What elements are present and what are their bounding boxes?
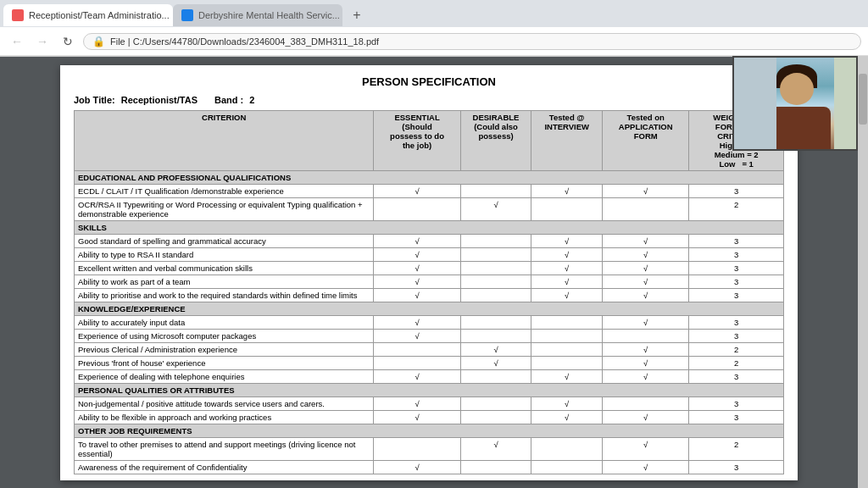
header-criterion: CRITERION [75, 111, 374, 171]
cell-weighting: 3 [689, 262, 784, 275]
cell-essential: √ [374, 461, 460, 474]
tab1-label: Receptionist/Team Administratio... [29, 10, 170, 20]
table-row: OCR/RSA II Typewriting or Word Processin… [75, 198, 784, 221]
cell-interview: √ [531, 370, 603, 384]
cell-desirable: √ [460, 438, 531, 461]
cell-application [603, 198, 689, 221]
cell-interview [531, 438, 603, 461]
cell-interview [531, 316, 603, 330]
cell-weighting: 2 [689, 438, 784, 461]
cell-essential: √ [374, 275, 460, 289]
cell-interview: √ [531, 248, 603, 262]
tab-bar: Receptionist/Team Administratio... ✕ Der… [0, 0, 868, 27]
cell-weighting: 3 [689, 411, 784, 424]
table-row: Good standard of spelling and grammatica… [75, 235, 784, 248]
tab2-label: Derbyshire Mental Health Servic... [198, 10, 340, 20]
table-row: To travel to other premises to attend an… [75, 438, 784, 461]
cell-application: √ [603, 185, 689, 198]
tab-2[interactable]: Derbyshire Mental Health Servic... ✕ [173, 4, 342, 26]
header-interview: Tested @INTERVIEW [531, 111, 603, 171]
job-title-field: Job Title: Receptionist/TAS [74, 95, 198, 105]
cell-weighting: 2 [689, 343, 784, 357]
cell-desirable [460, 235, 531, 248]
cell-criterion: Previous 'front of house' experience [75, 357, 374, 370]
cell-application: √ [603, 289, 689, 302]
table-row: Experience of dealing with telephone enq… [75, 370, 784, 384]
section-row-3: PERSONAL QUALITIES OR ATTRIBUTES [75, 384, 784, 397]
cell-interview [531, 461, 603, 474]
cell-desirable [460, 330, 531, 343]
cell-interview: √ [531, 262, 603, 275]
section-row-1: SKILLS [75, 221, 784, 235]
forward-button[interactable]: → [32, 31, 53, 52]
tab2-favicon [181, 9, 193, 21]
cell-interview: √ [531, 397, 603, 411]
address-bar[interactable]: 🔒 File | C:/Users/44780/Downloads/234600… [83, 33, 861, 50]
nav-bar: ← → ↻ 🔒 File | C:/Users/44780/Downloads/… [0, 27, 868, 56]
scroll-thumb[interactable] [859, 74, 867, 125]
person-head [780, 73, 814, 105]
cell-essential: √ [374, 262, 460, 275]
reload-button[interactable]: ↻ [58, 31, 78, 52]
cell-essential [374, 357, 460, 370]
cell-criterion: Awareness of the requirement of Confiden… [75, 461, 374, 474]
background-wall-right [834, 58, 858, 151]
table-row: Ability to prioritise and work to the re… [75, 289, 784, 302]
cell-weighting: 3 [689, 397, 784, 411]
cell-weighting: 2 [689, 357, 784, 370]
cell-desirable [460, 411, 531, 424]
cell-application: √ [603, 316, 689, 330]
cell-criterion: OCR/RSA II Typewriting or Word Processin… [75, 198, 374, 221]
cell-essential [374, 198, 460, 221]
cell-desirable [460, 397, 531, 411]
cell-interview: √ [531, 275, 603, 289]
cell-essential [374, 438, 460, 461]
job-info: Job Title: Receptionist/TAS Band : 2 [74, 95, 784, 105]
cell-weighting: 3 [689, 185, 784, 198]
table-row: Experience of using Microsoft computer p… [75, 330, 784, 343]
header-application: Tested onAPPLICATIONFORM [603, 111, 689, 171]
cell-criterion: Experience of dealing with telephone enq… [75, 370, 374, 384]
cell-criterion: Non-judgemental / positive attitude towa… [75, 397, 374, 411]
new-tab-button[interactable]: + [346, 4, 368, 26]
cell-weighting: 3 [689, 289, 784, 302]
pdf-page: PERSON SPECIFICATION Job Title: Receptio… [60, 65, 798, 480]
cell-desirable [460, 248, 531, 262]
cell-application [603, 397, 689, 411]
cell-desirable [460, 275, 531, 289]
cell-criterion: To travel to other premises to attend an… [75, 438, 374, 461]
cell-essential: √ [374, 185, 460, 198]
cell-interview: √ [531, 235, 603, 248]
cell-criterion: Experience of using Microsoft computer p… [75, 330, 374, 343]
job-title-value: Receptionist/TAS [121, 95, 198, 105]
tab-1[interactable]: Receptionist/Team Administratio... ✕ [3, 4, 173, 26]
header-desirable: DESIRABLE(Could alsopossess) [460, 111, 531, 171]
webcam-overlay [732, 56, 858, 151]
section-row-0: EDUCATIONAL AND PROFESSIONAL QUALIFICATI… [75, 171, 784, 185]
cell-desirable [460, 316, 531, 330]
cell-application: √ [603, 370, 689, 384]
cell-criterion: Previous Clerical / Administration exper… [75, 343, 374, 357]
cell-desirable [460, 289, 531, 302]
cell-weighting: 3 [689, 248, 784, 262]
person-spec-table: CRITERION ESSENTIAL(Shouldpossess to dot… [74, 110, 784, 474]
cell-interview [531, 330, 603, 343]
scrollbar[interactable] [858, 57, 868, 488]
table-row: Ability to be flexible in approach and w… [75, 411, 784, 424]
cell-application: √ [603, 248, 689, 262]
cell-criterion: Ability to accurately input data [75, 316, 374, 330]
table-row: Previous Clerical / Administration exper… [75, 343, 784, 357]
page-title: PERSON SPECIFICATION [74, 75, 784, 88]
cell-desirable [460, 461, 531, 474]
lock-icon: 🔒 [92, 36, 105, 47]
cell-weighting: 2 [689, 198, 784, 221]
cell-application: √ [603, 235, 689, 248]
cell-weighting: 3 [689, 330, 784, 343]
back-button[interactable]: ← [7, 31, 27, 52]
cell-interview: √ [531, 185, 603, 198]
table-row: Ability to type to RSA II standard√√√3 [75, 248, 784, 262]
cell-interview [531, 357, 603, 370]
cell-application: √ [603, 275, 689, 289]
pdf-viewer: PERSON SPECIFICATION Job Title: Receptio… [0, 57, 858, 488]
cell-criterion: Ability to type to RSA II standard [75, 248, 374, 262]
